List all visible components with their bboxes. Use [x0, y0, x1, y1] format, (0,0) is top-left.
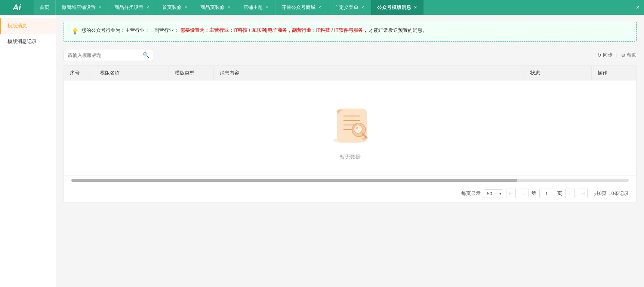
search-actions: ↻ 同步 | ⊙ 帮助 [597, 52, 637, 58]
info-banner-text: 您的公众号行业为：主营行业：，副营行业： 需要设置为：主营行业：IT科技 / 互… [81, 27, 427, 34]
table-container: 序号模版名称模版类型消息内容状态操作 [64, 65, 637, 202]
table-head: 序号模版名称模版类型消息内容状态操作 [64, 66, 636, 80]
total-info: 共0页，0条记录 [594, 190, 629, 197]
nav-tab-close-5[interactable]: × [265, 5, 269, 10]
search-bar: 🔍 ↻ 同步 | ⊙ 帮助 [64, 49, 637, 61]
top-nav: Ai 首页微商城店铺设置×商品分类设置×首页装修×商品页装修×店铺主题×开通公众… [0, 0, 644, 15]
empty-illustration [326, 103, 375, 148]
sidebar-item-1[interactable]: 模版消息记录 [0, 34, 56, 49]
content-area: 💡 您的公众号行业为：主营行业：，副营行业： 需要设置为：主营行业：IT科技 /… [56, 15, 644, 287]
sync-label: 同步 [603, 52, 613, 58]
nav-tab-5[interactable]: 店铺主题× [237, 0, 275, 15]
data-table: 序号模版名称模版类型消息内容状态操作 [64, 66, 636, 80]
nav-tab-7[interactable]: 自定义菜单× [328, 0, 371, 15]
per-page-select[interactable]: 50 20 100 [484, 189, 503, 198]
help-button[interactable]: ⊙ 帮助 [621, 52, 637, 58]
divider: | [616, 52, 617, 58]
logo-text: Ai [13, 3, 21, 12]
search-input-wrap[interactable]: 🔍 [64, 49, 153, 61]
table-header-col-5: 操作 [591, 66, 636, 80]
search-icon[interactable]: 🔍 [143, 52, 149, 58]
scroll-bar[interactable] [71, 179, 629, 182]
nav-tab-close-3[interactable]: × [184, 5, 188, 10]
page-unit: 页 [557, 190, 562, 197]
sidebar: 模版消息模版消息记录 [0, 15, 56, 287]
nav-tab-close-8[interactable]: × [413, 5, 417, 10]
svg-point-6 [354, 125, 362, 133]
info-banner-prefix: 您的公众号行业为：主营行业：，副营行业： [81, 27, 179, 33]
info-banner-highlight: 需要设置为：主营行业：IT科技 / 互联网|电子商务，副营行业：IT科技 / I… [180, 27, 368, 33]
page-label: 第 [531, 190, 536, 197]
nav-tab-2[interactable]: 商品分类设置× [108, 0, 156, 15]
scroll-bar-thumb [71, 179, 517, 182]
nav-tab-1[interactable]: 微商城店铺设置× [56, 0, 108, 15]
table-header-row: 序号模版名称模版类型消息内容状态操作 [64, 66, 636, 80]
svg-point-8 [356, 127, 358, 129]
close-all-button[interactable]: × [632, 4, 644, 11]
scroll-bar-wrap [64, 175, 636, 185]
sync-icon: ↻ [597, 52, 601, 58]
table-header-col-3: 消息内容 [213, 66, 524, 80]
search-input[interactable] [68, 52, 143, 58]
sidebar-item-0[interactable]: 模版消息 [0, 18, 56, 34]
main-layout: 模版消息模版消息记录 💡 您的公众号行业为：主营行业：，副营行业： 需要设置为：… [0, 15, 644, 287]
sync-button[interactable]: ↻ 同步 [597, 52, 613, 58]
nav-tab-close-1[interactable]: × [98, 5, 102, 10]
nav-tab-3[interactable]: 首页装修× [156, 0, 194, 15]
nav-tab-8[interactable]: 公众号模版消息× [371, 0, 424, 15]
info-banner: 💡 您的公众号行业为：主营行业：，副营行业： 需要设置为：主营行业：IT科技 /… [64, 21, 637, 42]
info-banner-suffix: 才能正常发送预置的消息。 [369, 27, 427, 33]
prev-page-button[interactable]: ‹ [519, 189, 529, 198]
next-page-button[interactable]: › [565, 189, 575, 198]
nav-tab-close-7[interactable]: × [361, 5, 365, 10]
nav-tab-4[interactable]: 商品页装修× [194, 0, 237, 15]
nav-tab-close-4[interactable]: × [227, 5, 231, 10]
empty-text: 暂无数据 [340, 154, 361, 161]
table-header-col-2: 模版类型 [169, 66, 213, 80]
table-header-col-4: 状态 [524, 66, 591, 80]
page-input[interactable] [539, 189, 554, 198]
nav-tab-6[interactable]: 开通公众号商城× [275, 0, 328, 15]
bulb-icon: 💡 [71, 27, 78, 36]
nav-tabs: 首页微商城店铺设置×商品分类设置×首页装修×商品页装修×店铺主题×开通公众号商城… [34, 0, 632, 15]
nav-tab-close-6[interactable]: × [318, 5, 322, 10]
nav-tab-close-2[interactable]: × [146, 5, 150, 10]
per-page-label: 每页显示 [461, 190, 481, 197]
empty-state: 暂无数据 [64, 80, 636, 175]
nav-tab-0[interactable]: 首页 [34, 0, 56, 15]
pagination: 每页显示 50 20 100 ▾ ⊢ ‹ 第 页 › ⊣ 共0页，0条记录 [64, 185, 636, 202]
per-page-wrap: 50 20 100 ▾ [484, 189, 503, 198]
last-page-button[interactable]: ⊣ [578, 189, 588, 198]
help-label: 帮助 [627, 52, 637, 58]
help-icon: ⊙ [621, 52, 625, 58]
table-header-col-0: 序号 [64, 66, 94, 80]
table-header-col-1: 模版名称 [94, 66, 169, 80]
logo: Ai [0, 0, 34, 15]
first-page-button[interactable]: ⊢ [506, 189, 516, 198]
